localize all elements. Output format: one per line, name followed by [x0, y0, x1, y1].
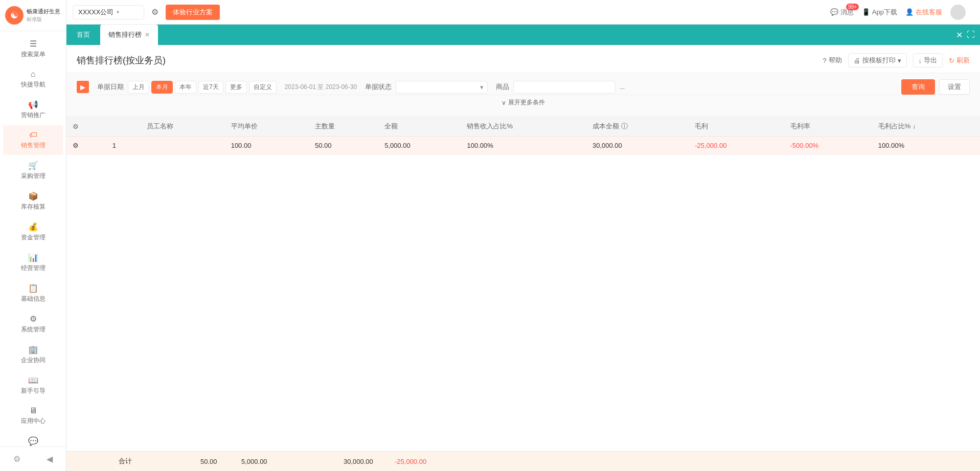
header-right: 💬 消息 99+ 📱 App下载 👤 在线客服 — [830, 5, 974, 20]
tab-label: 销售排行榜 — [108, 30, 142, 39]
page-title: 销售排行榜(按业务员) — [77, 54, 166, 66]
goods-filter-item: 商品 ... — [496, 81, 625, 94]
sidebar-item-wechat[interactable]: 💬企业微信 — [3, 431, 63, 446]
footer-amount: 5,000.00 — [241, 458, 292, 465]
sidebar-collapse-icon[interactable]: ◀ — [42, 452, 57, 466]
sidebar-item-sales[interactable]: 🏷销售管理 — [3, 125, 63, 155]
sidebar-item-inventory[interactable]: 📦库存核算 — [3, 186, 63, 216]
header-settings-icon[interactable]: ⚙ — [149, 5, 161, 19]
settings-button[interactable]: 设置 — [939, 79, 970, 95]
export-icon: ↓ — [919, 57, 922, 64]
nav-label-search: 搜索菜单 — [21, 50, 45, 59]
col-header-main_qty: 主数量 — [309, 117, 378, 137]
col-header-gross_pct: 毛利占比% ↓ — [872, 117, 980, 137]
sidebar: ☯ 畅康通好生意 标准版 ☰搜索菜单⌂快捷导航📢营销推广🏷销售管理🛒采购管理📦库… — [0, 0, 66, 471]
print-button[interactable]: 🖨 按模板打印 ▾ — [848, 53, 907, 68]
sidebar-item-basic[interactable]: 📋基础信息 — [3, 278, 63, 308]
footer-gross: -25,000.00 — [395, 458, 446, 465]
date-filter-label: 单据日期 — [97, 82, 124, 92]
sidebar-item-operation[interactable]: 📊经营管理 — [3, 248, 63, 278]
tab-bar-right: ✕ ⛶ — [956, 30, 980, 40]
window-close-icon[interactable]: ✕ — [956, 30, 963, 40]
nav-icon-search: ☰ — [30, 39, 37, 49]
col-header-amount: 全额 — [378, 117, 461, 137]
col-header-sales_pct: 销售收入占比% — [461, 117, 586, 137]
filter-row: ▶ 单据日期 上月本月本年近7天更多自定义 2023-06-01 至 2023-… — [77, 79, 970, 95]
nav-label-guide: 新手引导 — [21, 387, 45, 395]
sidebar-item-finance[interactable]: 💰资金管理 — [3, 217, 63, 247]
company-selector[interactable]: XXXXX公司 ▾ — [73, 5, 144, 19]
nav-label-operation: 经营管理 — [21, 264, 45, 273]
table-container: ⚙员工名称平均单价主数量全额销售收入占比%成本全额 ⓘ毛利毛利率毛利占比% ↓ … — [66, 117, 980, 451]
gross-pct-cell: 100.00% — [872, 137, 980, 155]
window-max-icon[interactable]: ⛶ — [967, 30, 975, 39]
trial-button[interactable]: 体验行业方案 — [166, 5, 220, 20]
date-filter-buttons: 上月本月本年近7天更多自定义 — [128, 81, 277, 94]
message-button[interactable]: 💬 消息 99+ — [830, 8, 854, 17]
page-actions: ? 帮助 🖨 按模板打印 ▾ ↓ 导出 ↻ 刷新 — [823, 53, 970, 68]
sidebar-item-guide[interactable]: 📖新手引导 — [3, 370, 63, 400]
col-header-cost: 成本全额 ⓘ — [586, 117, 689, 137]
company-dropdown-icon: ▾ — [117, 9, 119, 15]
inner-content: 销售排行榜(按业务员) ? 帮助 🖨 按模板打印 ▾ ↓ 导出 — [66, 45, 980, 471]
col-header-settings: ⚙ — [66, 117, 106, 137]
table-footer: 合计 50.00 5,000.00 30,000.00 -25,000.00 — [66, 451, 980, 471]
app-download-button[interactable]: 📱 App下载 — [862, 8, 897, 17]
date-btn-上月[interactable]: 上月 — [128, 81, 149, 94]
page-content: 销售排行榜(按业务员) ? 帮助 🖨 按模板打印 ▾ ↓ 导出 — [66, 45, 980, 471]
sidebar-bottom: ⚙ ◀ — [0, 446, 66, 471]
goods-input[interactable] — [513, 81, 616, 94]
export-button[interactable]: ↓ 导出 — [913, 53, 943, 68]
nav-label-inventory: 库存核算 — [21, 203, 45, 211]
print-dropdown-icon: ▾ — [898, 57, 901, 64]
expand-button[interactable]: ∨ 展开更多条件 — [502, 98, 545, 107]
sidebar-item-enterprise[interactable]: 🏢企业协同 — [3, 340, 63, 370]
date-btn-自定义[interactable]: 自定义 — [249, 81, 277, 94]
filter-right-actions: 查询 设置 — [901, 79, 970, 95]
print-icon: 🖨 — [854, 57, 860, 64]
sales-pct-cell: 100.00% — [461, 137, 586, 155]
help-button[interactable]: ? 帮助 — [823, 56, 841, 65]
nav-icon-purchase: 🛒 — [28, 161, 38, 170]
table-row: ⚙1100.0050.005,000.00100.00%30,000.00-25… — [66, 137, 980, 155]
nav-icon-enterprise: 🏢 — [28, 345, 38, 354]
nav-icon-operation: 📊 — [28, 253, 38, 262]
more-options-btn[interactable]: ... — [620, 83, 625, 91]
nav-label-enterprise: 企业协同 — [21, 356, 45, 365]
nav-icon-system: ⚙ — [30, 314, 37, 324]
footer-main-qty: 50.00 — [200, 458, 241, 465]
sidebar-item-system[interactable]: ⚙系统管理 — [3, 309, 63, 339]
nav-label-purchase: 采购管理 — [21, 172, 45, 181]
date-filter-item: 单据日期 上月本月本年近7天更多自定义 — [97, 81, 277, 94]
status-select[interactable] — [396, 81, 488, 94]
sidebar-item-marketing[interactable]: 📢营销推广 — [3, 95, 63, 125]
nav-icon-finance: 💰 — [28, 222, 38, 232]
date-btn-更多[interactable]: 更多 — [225, 81, 247, 94]
online-service-button[interactable]: 👤 在线客服 — [905, 8, 942, 17]
date-btn-近7天[interactable]: 近7天 — [198, 81, 223, 94]
nav-label-marketing: 营销推广 — [21, 111, 45, 120]
sidebar-item-search[interactable]: ☰搜索菜单 — [3, 34, 63, 64]
refresh-button[interactable]: ↻ 刷新 — [949, 56, 970, 65]
footer-label: 合计 — [119, 457, 159, 466]
filter-arrow-btn[interactable]: ▶ — [77, 81, 89, 93]
nav-icon-sales: 🏷 — [29, 130, 37, 140]
tab-close-icon[interactable]: ✕ — [145, 31, 150, 38]
sidebar-item-shortcut[interactable]: ⌂快捷导航 — [3, 64, 63, 94]
tab-home[interactable]: 首页 — [66, 25, 100, 45]
date-btn-本年[interactable]: 本年 — [175, 81, 196, 94]
page-header: 销售排行榜(按业务员) ? 帮助 🖨 按模板打印 ▾ ↓ 导出 — [66, 45, 980, 73]
sidebar-item-purchase[interactable]: 🛒采购管理 — [3, 155, 63, 186]
date-btn-本月[interactable]: 本月 — [151, 81, 173, 94]
sidebar-item-appscenter[interactable]: 🖥应用中心 — [3, 401, 63, 431]
data-table: ⚙员工名称平均单价主数量全额销售收入占比%成本全额 ⓘ毛利毛利率毛利占比% ↓ … — [66, 117, 980, 155]
sidebar-settings-icon[interactable]: ⚙ — [9, 452, 25, 466]
employee-cell — [141, 137, 224, 155]
rank-cell: 1 — [106, 137, 141, 155]
nav-label-shortcut: 快捷导航 — [21, 80, 45, 89]
query-button[interactable]: 查询 — [901, 79, 935, 95]
nav-label-appscenter: 应用中心 — [21, 417, 45, 425]
nav-icon-marketing: 📢 — [28, 100, 38, 109]
footer-cost: 30,000.00 — [344, 458, 395, 465]
tab-sales-ranking[interactable]: 销售排行榜 ✕ — [100, 25, 158, 45]
